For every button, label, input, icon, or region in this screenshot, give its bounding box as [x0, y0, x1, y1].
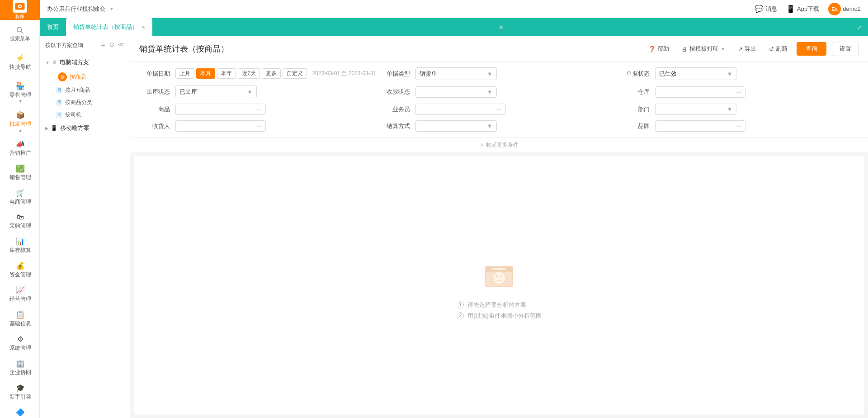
- doc-status-value: 已生效 ▼: [655, 67, 859, 80]
- filter-row-3: 商品 ··· 业务员 ··· 部门: [139, 104, 859, 115]
- shortcut-custom[interactable]: 自定义: [283, 68, 307, 79]
- shortcut-more[interactable]: 更多: [262, 68, 281, 79]
- scheme-item-month-goods[interactable]: 月 按月+商品: [47, 84, 130, 96]
- sidebar-item-newuser[interactable]: 🎓 新手引导: [0, 380, 39, 404]
- message-icon: 💬: [755, 5, 764, 13]
- add-scheme-icon[interactable]: ＋: [99, 41, 107, 50]
- newuser-icon: 🎓: [16, 384, 25, 392]
- warehouse-filter-value: ···: [655, 86, 859, 98]
- help-btn[interactable]: ❓ 帮助: [645, 43, 673, 55]
- ecom-icon: 🛒: [16, 189, 25, 197]
- shortcut-last-month[interactable]: 上月: [175, 68, 194, 79]
- industry-dropdown-icon: ▼: [109, 6, 114, 11]
- shortcut-this-month[interactable]: 本月: [196, 68, 215, 79]
- department-filter-value: ▼: [655, 104, 859, 115]
- query-btn[interactable]: 查询: [797, 42, 826, 56]
- sidebar-item-sales[interactable]: 💹 销售管理: [0, 161, 39, 185]
- settings-scheme-icon[interactable]: ⊙: [109, 41, 115, 50]
- scheme-item-driver[interactable]: 司 按司机: [47, 109, 130, 121]
- desktop-scheme-header[interactable]: ▼ 🖥 电脑端方案: [40, 55, 130, 70]
- user-info[interactable]: Ea demo2: [828, 3, 861, 15]
- tip-1-num: 1: [457, 301, 464, 309]
- search-menu-btn[interactable]: 搜索菜单: [10, 24, 30, 44]
- goods-input[interactable]: ···: [175, 104, 266, 115]
- sidebar-quick-nav[interactable]: ⚡ 快捷导航: [0, 50, 39, 75]
- payment-select[interactable]: ▼: [415, 120, 497, 132]
- month-goods-icon: 月: [56, 87, 62, 94]
- industry-label: 办公用品行业模拟账套: [47, 5, 106, 13]
- refresh-btn[interactable]: ↺ 刷新: [765, 43, 791, 55]
- sidebar-item-retail[interactable]: 🏪 零售管理 ▼: [0, 78, 39, 107]
- tab-close-btn[interactable]: ×: [142, 24, 145, 31]
- finance-label: 资金管理: [9, 271, 31, 279]
- salesperson-filter-label: 业务员: [379, 105, 415, 114]
- driver-label: 按司机: [65, 111, 81, 119]
- desktop-scheme-node: ▼ 🖥 电脑端方案 按 按商品 月 按月+商品 类 按商品分类: [40, 55, 130, 121]
- message-label: 消息: [765, 5, 777, 13]
- app-logo: 标账: [0, 0, 40, 20]
- receiver-filter-label: 收货人: [139, 122, 175, 130]
- sidebar-item-system[interactable]: ⚙ 系统管理: [0, 331, 39, 356]
- collapse-bar[interactable]: ∧ 收起更多条件: [130, 137, 868, 152]
- refresh-icon: ↺: [769, 46, 774, 52]
- tab-bar: 首页 销货单统计表（按商品） × ✕ ⤢: [40, 18, 868, 36]
- warehouse-input[interactable]: ···: [655, 86, 745, 98]
- receipt-status-select[interactable]: ▼: [415, 86, 497, 98]
- out-status-select[interactable]: 已出库 ▼: [175, 86, 257, 98]
- goods-dots-icon[interactable]: ···: [257, 106, 262, 113]
- sidebar-item-finance[interactable]: 💰 资金管理: [0, 258, 39, 282]
- goods-active-icon: 按: [58, 72, 67, 81]
- shortcut-7days[interactable]: 近7天: [238, 68, 260, 79]
- warehouse-dots-icon[interactable]: ···: [737, 89, 742, 95]
- tab-active[interactable]: 销货单统计表（按商品） ×: [66, 18, 152, 36]
- sales-label: 销售管理: [9, 174, 31, 181]
- industry-selector[interactable]: 办公用品行业模拟账套 ▼: [47, 5, 114, 13]
- tab-home[interactable]: 首页: [40, 18, 66, 36]
- empty-state: ! 1 请先选择要分析的方案 2 用[过滤]条件来缩小分析范围: [134, 156, 864, 414]
- refresh-label: 刷新: [776, 45, 788, 53]
- sidebar: 标账 搜索菜单 ⚡ 快捷导航 🏪 零售管理 ▼ 📦 批发管理 ▲ 📣 营销推广 …: [0, 0, 40, 418]
- message-btn[interactable]: 💬 消息: [755, 5, 777, 13]
- shortcut-this-year[interactable]: 本年: [217, 68, 236, 79]
- sidebar-item-apps[interactable]: 🔷 应用中心: [0, 404, 39, 418]
- settings-btn[interactable]: 设置: [832, 42, 859, 56]
- sidebar-item-marketing[interactable]: 📣 营销推广: [0, 136, 39, 161]
- sidebar-item-purchase[interactable]: 🛍 采购管理: [0, 209, 39, 233]
- app-download-label: App下载: [797, 5, 819, 13]
- salesperson-dots-icon[interactable]: ···: [497, 106, 502, 113]
- doc-status-select[interactable]: 已生效 ▼: [655, 67, 736, 80]
- marketing-icon: 📣: [16, 140, 25, 148]
- doc-type-arrow-icon: ▼: [487, 71, 493, 77]
- brand-dots-icon[interactable]: ···: [737, 123, 742, 129]
- print-btn[interactable]: 🖨 按模板打印 ▼: [678, 43, 729, 55]
- date-shortcuts: 上月 本月 本年 近7天 更多 自定义 2023-03-01 至 2023-03…: [175, 68, 376, 79]
- mobile-scheme-header[interactable]: ▶ 📱 移动端方案: [40, 121, 130, 135]
- sidebar-item-basic[interactable]: 📋 基础信息: [0, 307, 39, 331]
- department-select[interactable]: ▼: [655, 104, 736, 115]
- sidebar-item-stock[interactable]: 📊 库存核算: [0, 233, 39, 258]
- sidebar-item-enterprise[interactable]: 🏢 企业协同: [0, 356, 39, 380]
- svg-line-4: [21, 31, 23, 33]
- scheme-item-category[interactable]: 类 按商品分类: [47, 96, 130, 109]
- mobile-scheme-icon: 📱: [51, 125, 57, 131]
- quick-nav-label: 快捷导航: [9, 63, 31, 71]
- collapse-scheme-icon[interactable]: ≪: [118, 41, 124, 50]
- department-filter-label: 部门: [619, 105, 655, 114]
- sidebar-item-ecom[interactable]: 🛒 电商管理: [0, 185, 39, 209]
- receiver-input[interactable]: ···: [175, 120, 266, 132]
- salesperson-input[interactable]: ···: [415, 104, 506, 115]
- window-maximize-btn[interactable]: ⤢: [852, 18, 866, 36]
- page-header: 销货单统计表（按商品） ❓ 帮助 🖨 按模板打印 ▼ ↗: [130, 36, 868, 62]
- svg-point-2: [19, 5, 21, 7]
- receiver-dots-icon[interactable]: ···: [257, 123, 262, 129]
- sidebar-item-wholesale[interactable]: 📦 批发管理 ▲: [0, 107, 39, 136]
- export-btn[interactable]: ↗ 导出: [734, 43, 760, 55]
- stock-icon: 📊: [16, 237, 25, 246]
- doc-type-select[interactable]: 销货单 ▼: [415, 67, 497, 80]
- brand-input[interactable]: ···: [655, 120, 745, 132]
- scheme-item-goods[interactable]: 按 按商品: [47, 70, 130, 84]
- app-download-btn[interactable]: 📱 App下载: [786, 5, 819, 13]
- finance-icon: 💰: [16, 261, 25, 270]
- sidebar-item-operation[interactable]: 📈 经营管理: [0, 282, 39, 307]
- window-close-btn[interactable]: ✕: [494, 18, 509, 36]
